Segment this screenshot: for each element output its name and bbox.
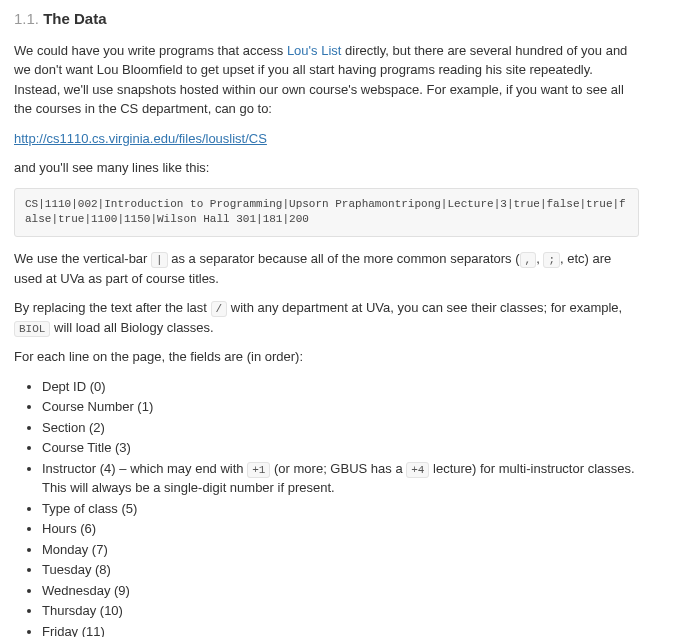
plus-four-code: +4 <box>406 462 429 478</box>
field-item: Course Title (3) <box>42 438 639 458</box>
semicolon-code: ; <box>543 252 560 268</box>
section-number: 1.1. <box>14 10 39 27</box>
intro-pre: We could have you write programs that ac… <box>14 43 287 58</box>
field-item: Type of class (5) <box>42 499 639 519</box>
field-item: Dept ID (0) <box>42 377 639 397</box>
field-item: Tuesday (8) <box>42 560 639 580</box>
section-title: The Data <box>43 10 106 27</box>
fields-list: Dept ID (0)Course Number (1)Section (2)C… <box>14 377 639 637</box>
section-heading: 1.1. The Data <box>14 8 639 31</box>
field-item: Section (2) <box>42 418 639 438</box>
plus-one-code: +1 <box>247 462 270 478</box>
separator-paragraph: We use the vertical-bar | as a separator… <box>14 249 639 288</box>
url-line: http://cs1110.cs.virginia.edu/files/lous… <box>14 129 639 149</box>
biol-code: BIOL <box>14 321 50 337</box>
field-item: Wednesday (9) <box>42 581 639 601</box>
lead-in: and you'll see many lines like this: <box>14 158 639 178</box>
fields-intro: For each line on the page, the fields ar… <box>14 347 639 367</box>
field-item: Friday (11) <box>42 622 639 637</box>
intro-paragraph: We could have you write programs that ac… <box>14 41 639 119</box>
field-item: Course Number (1) <box>42 397 639 417</box>
field-item: Hours (6) <box>42 519 639 539</box>
field-item: Thursday (10) <box>42 601 639 621</box>
bar-code: | <box>151 252 168 268</box>
snapshot-url-link[interactable]: http://cs1110.cs.virginia.edu/files/lous… <box>14 131 267 146</box>
lous-list-link[interactable]: Lou's List <box>287 43 342 58</box>
replace-paragraph: By replacing the text after the last / w… <box>14 298 639 337</box>
comma-code: , <box>520 252 537 268</box>
field-item: Instructor (4) – which may end with +1 (… <box>42 459 639 498</box>
slash-code: / <box>211 301 228 317</box>
field-item: Monday (7) <box>42 540 639 560</box>
code-sample: CS|1110|002|Introduction to Programming|… <box>14 188 639 238</box>
